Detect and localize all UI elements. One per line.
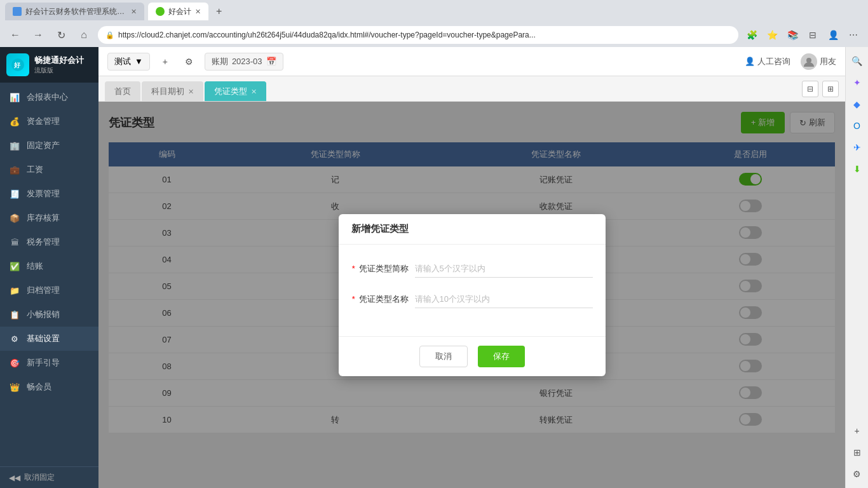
blue-icon[interactable]: ◆ <box>848 95 866 113</box>
settings-gear-button[interactable]: ⚙ <box>180 53 198 71</box>
user-label: 用友 <box>820 56 836 67</box>
sidebar-item-guide[interactable]: 🎯 新手引导 <box>0 351 98 375</box>
sidebar-item-invoice[interactable]: 🧾 发票管理 <box>0 182 98 206</box>
workspace-selector[interactable]: 测试 ▼ <box>107 53 150 71</box>
tab-bar: 首页 科目期初 ✕ 凭证类型 ✕ ⊟ ⊞ <box>98 76 845 102</box>
tab2-close-icon[interactable]: ✕ <box>195 8 201 16</box>
reports-icon: 📊 <box>9 92 20 103</box>
main-content: 测试 ▼ + ⚙ 账期 2023-03 📅 👤 人工咨询 用友 <box>98 47 845 488</box>
sidebar-item-assets[interactable]: 💰 资金管理 <box>0 109 98 133</box>
unpin-icon: ◀◀ <box>9 473 20 482</box>
service-label: 人工咨询 <box>757 56 790 67</box>
tab1-close-icon[interactable]: ✕ <box>131 8 137 16</box>
sidebar-item-fixed[interactable]: 🏢 固定资产 <box>0 133 98 158</box>
svg-text:好: 好 <box>13 62 21 69</box>
tab2-label: 好会计 <box>168 6 191 17</box>
tab-voucher-close-icon[interactable]: ✕ <box>251 88 257 96</box>
logo-subtitle: 流版版 <box>34 66 84 75</box>
period-label-text: 账期 <box>212 56 228 67</box>
back-button[interactable]: ← <box>6 26 24 44</box>
inventory-icon: 📦 <box>9 212 20 224</box>
full-name-label: * 凭证类型名称 <box>351 294 415 305</box>
green-download-icon[interactable]: ⬇ <box>848 160 866 178</box>
more-icon[interactable]: ⋯ <box>845 27 862 43</box>
star-icon[interactable]: ⭐ <box>764 27 780 43</box>
home-button[interactable]: ⌂ <box>75 26 93 44</box>
topbar-right: 👤 人工咨询 用友 <box>745 53 836 70</box>
sidebar-item-inventory[interactable]: 📦 库存核算 <box>0 206 98 230</box>
period-info: 账期 2023-03 📅 <box>205 53 283 71</box>
sidebar-item-member[interactable]: 👑 畅会员 <box>0 375 98 399</box>
add-right-icon[interactable]: + <box>848 422 866 440</box>
forward-button[interactable]: → <box>29 26 47 44</box>
outlook-icon[interactable]: O <box>848 117 866 135</box>
tab-voucher-label: 凭证类型 <box>214 86 247 97</box>
user-button[interactable]: 用友 <box>801 53 836 70</box>
form-row-short: * 凭证类型简称 <box>351 260 593 278</box>
sidebar: 好 畅捷通好会计 流版版 📊 会报表中心 💰 资金管理 🏢 固定资产 <box>0 47 98 488</box>
workspace-name: 测试 <box>114 56 131 67</box>
expense-icon: 📋 <box>9 309 20 320</box>
lock-icon: 🔒 <box>105 31 114 39</box>
sidebar-item-salary[interactable]: 💼 工资 <box>0 158 98 182</box>
app-container: 好 畅捷通好会计 流版版 📊 会报表中心 💰 资金管理 🏢 固定资产 <box>0 47 868 488</box>
sidebar-item-expense[interactable]: 📋 小畅报销 <box>0 302 98 327</box>
guide-icon: 🎯 <box>9 357 20 369</box>
save-button[interactable]: 保存 <box>478 346 525 367</box>
service-button[interactable]: 👤 人工咨询 <box>745 56 790 67</box>
close-icon: ✅ <box>9 261 20 272</box>
sidebar-item-tax[interactable]: 🏛 税务管理 <box>0 230 98 254</box>
close-label: 结账 <box>27 261 43 272</box>
maximize-icon[interactable]: ⊞ <box>822 81 839 97</box>
period-value: 2023-03 <box>232 57 262 66</box>
tab-subjects[interactable]: 科目期初 ✕ <box>142 81 203 101</box>
sidebar-item-archive[interactable]: 📁 归档管理 <box>0 278 98 302</box>
topbar: 测试 ▼ + ⚙ 账期 2023-03 📅 👤 人工咨询 用友 <box>98 47 845 76</box>
sidebar-item-settings[interactable]: ⚙ 基础设置 <box>0 327 98 351</box>
required-icon-1: * <box>352 264 355 273</box>
full-name-input[interactable] <box>415 290 593 308</box>
short-name-input[interactable] <box>415 260 593 278</box>
feishu-icon[interactable]: ✈ <box>848 139 866 156</box>
browser-actions: 🧩 ⭐ 📚 ⊟ 👤 ⋯ <box>743 27 862 43</box>
refresh-button[interactable]: ↻ <box>52 26 70 44</box>
guide-label: 新手引导 <box>27 357 60 369</box>
invoice-label: 发票管理 <box>27 188 60 200</box>
profile-icon[interactable]: 👤 <box>825 27 841 43</box>
tab-home[interactable]: 首页 <box>105 81 140 101</box>
tab-home-label: 首页 <box>114 86 131 97</box>
ai-icon[interactable]: ✦ <box>848 74 866 92</box>
browser-addressbar: ← → ↻ ⌂ 🔒 https://cloud2.chanjet.com/acc… <box>0 23 868 47</box>
address-bar[interactable]: 🔒 https://cloud2.chanjet.com/accounting/… <box>98 26 738 44</box>
browser-tab-1[interactable]: 好会计云财务软件管理系统_会计 ✕ <box>5 3 144 20</box>
assets-icon: 💰 <box>9 116 20 127</box>
tax-icon: 🏛 <box>9 236 20 248</box>
fixed-icon: 🏢 <box>9 140 20 151</box>
unpin-button[interactable]: ◀◀ 取消固定 <box>9 472 90 483</box>
grid-icon[interactable]: ⊞ <box>848 444 866 461</box>
collection-icon[interactable]: 📚 <box>784 27 801 43</box>
search-right-icon[interactable]: 🔍 <box>848 52 866 70</box>
new-tab-button[interactable]: + <box>212 6 226 17</box>
gear-right-icon[interactable]: ⚙ <box>848 465 866 483</box>
workspace-dropdown-icon: ▼ <box>135 57 143 66</box>
tab-expand-buttons: ⊟ ⊞ <box>802 81 839 101</box>
tab-subjects-label: 科目期初 <box>151 86 184 97</box>
add-workspace-button[interactable]: + <box>156 53 174 71</box>
tab-voucher-type[interactable]: 凭证类型 ✕ <box>205 81 266 101</box>
salary-icon: 💼 <box>9 164 20 175</box>
address-text: https://cloud2.chanjet.com/accounting/uh… <box>118 30 536 39</box>
settings-icon: ⚙ <box>9 333 20 344</box>
sidebar-nav: 📊 会报表中心 💰 资金管理 🏢 固定资产 💼 工资 🧾 发票管理 📦 <box>0 83 98 466</box>
minimize-icon[interactable]: ⊟ <box>802 81 818 97</box>
tab-subjects-close-icon[interactable]: ✕ <box>188 88 194 96</box>
service-icon: 👤 <box>745 57 755 66</box>
logo-text-block: 畅捷通好会计 流版版 <box>34 55 84 75</box>
cancel-button[interactable]: 取消 <box>419 346 468 367</box>
extensions-icon[interactable]: 🧩 <box>743 27 760 43</box>
sidebar-item-reports[interactable]: 📊 会报表中心 <box>0 85 98 109</box>
split-icon[interactable]: ⊟ <box>804 27 821 43</box>
archive-label: 归档管理 <box>27 285 60 296</box>
sidebar-item-close[interactable]: ✅ 结账 <box>0 254 98 278</box>
browser-tab-2[interactable]: 好会计 ✕ <box>148 3 208 20</box>
